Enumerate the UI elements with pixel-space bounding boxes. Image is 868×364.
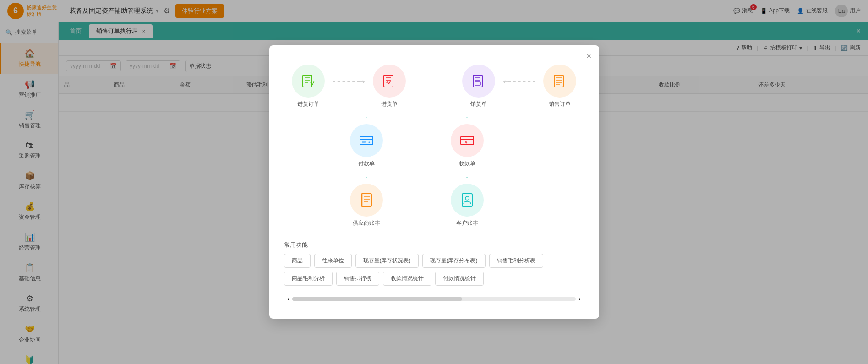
func-btn-8[interactable]: 付款情况统计	[435, 272, 484, 286]
func-btn-5[interactable]: 商品毛利分析	[284, 272, 333, 286]
modal: ×	[269, 45, 599, 319]
arrow-2: ➔	[503, 78, 535, 85]
purchase-bill-label: 进货单	[381, 100, 398, 108]
modal-close-button[interactable]: ×	[586, 51, 592, 61]
customer-ledger-label: 客户账本	[456, 219, 478, 227]
sale-order-icon	[543, 65, 576, 98]
func-btn-1[interactable]: 往来单位	[314, 254, 352, 268]
flow-node-purchase-order[interactable]: 进货订单	[284, 65, 333, 108]
common-funcs-title: 常用功能	[284, 241, 584, 249]
common-functions: 常用功能 商品往来单位现存量(库存状况表)现存量(库存分布表)销售毛利分析表商品…	[284, 241, 584, 286]
modal-scrollbar[interactable]: ‹ ›	[284, 293, 584, 304]
payment-label: 付款单	[358, 160, 375, 168]
app-container: 6 畅康通好生意 标准版 装备及固定资产辅助管理系统 ▾ ⚙ 体验行业方案 💬 …	[0, 0, 868, 364]
flow-node-receipt[interactable]: ¥ 收款单	[440, 124, 495, 168]
receipt-icon: ¥	[451, 124, 484, 157]
scroll-right-icon[interactable]: ›	[579, 295, 580, 302]
func-btn-6[interactable]: 销售排行榜	[336, 272, 379, 286]
scroll-track	[292, 297, 576, 301]
down-arrows-row2: ↓ ↓	[284, 172, 584, 179]
sale-bill-label: 销货单	[470, 100, 487, 108]
svg-rect-4	[384, 75, 393, 87]
func-buttons: 商品往来单位现存量(库存状况表)现存量(库存分布表)销售毛利分析表商品毛利分析销…	[284, 254, 584, 286]
flow-row-2: ¥ 付款单 ¥	[284, 120, 584, 172]
sale-order-label: 销售订单	[549, 100, 571, 108]
down-arrow-purchase: ↓	[365, 113, 368, 120]
down-arrow-payment: ↓	[365, 172, 368, 179]
supplier-ledger-label: 供应商账本	[353, 219, 380, 227]
flow-node-purchase-bill[interactable]: 进货单	[365, 65, 414, 108]
flow-row-3: 供应商账本 客户账本	[284, 179, 584, 232]
func-btn-0[interactable]: 商品	[284, 254, 311, 268]
modal-overlay[interactable]: ×	[0, 0, 868, 364]
flow-row-1: 进货订单 ➔	[284, 60, 584, 113]
purchase-order-icon	[292, 65, 325, 98]
svg-point-27	[465, 196, 469, 200]
svg-text:¥: ¥	[368, 140, 371, 144]
flow-node-customer-ledger[interactable]: 客户账本	[440, 184, 495, 227]
svg-rect-16	[362, 141, 366, 143]
flow-node-supplier-ledger[interactable]: 供应商账本	[339, 184, 394, 227]
supplier-ledger-icon	[350, 184, 383, 217]
func-btn-7[interactable]: 收款情况统计	[383, 272, 431, 286]
svg-rect-22	[361, 194, 363, 206]
svg-rect-14	[360, 136, 373, 145]
svg-rect-10	[475, 82, 480, 85]
purchase-order-label: 进货订单	[297, 100, 319, 108]
func-btn-2[interactable]: 现存量(库存状况表)	[355, 254, 419, 268]
flow-node-sale-bill[interactable]: 销货单	[454, 65, 503, 108]
svg-rect-0	[303, 75, 312, 87]
flow-diagram: 进货订单 ➔	[284, 60, 584, 232]
scroll-thumb[interactable]	[292, 297, 463, 301]
scroll-left-icon[interactable]: ‹	[288, 295, 289, 302]
receipt-label: 收款单	[459, 160, 475, 168]
func-btn-3[interactable]: 现存量(库存分布表)	[422, 254, 486, 268]
flow-node-sale-order[interactable]: 销售订单	[535, 65, 584, 108]
svg-text:¥: ¥	[464, 140, 468, 145]
down-arrow-receipt: ↓	[465, 172, 469, 179]
arrow-1: ➔	[333, 78, 365, 85]
down-arrows-row: ↓ ↓	[284, 113, 584, 120]
customer-ledger-icon	[451, 184, 484, 217]
sale-bill-icon	[462, 65, 495, 98]
svg-rect-11	[554, 75, 563, 87]
down-arrow-sale: ↓	[465, 113, 469, 120]
payment-icon: ¥	[350, 124, 383, 157]
purchase-bill-icon	[373, 65, 406, 98]
func-btn-4[interactable]: 销售毛利分析表	[489, 254, 543, 268]
flow-node-payment[interactable]: ¥ 付款单	[339, 124, 394, 168]
